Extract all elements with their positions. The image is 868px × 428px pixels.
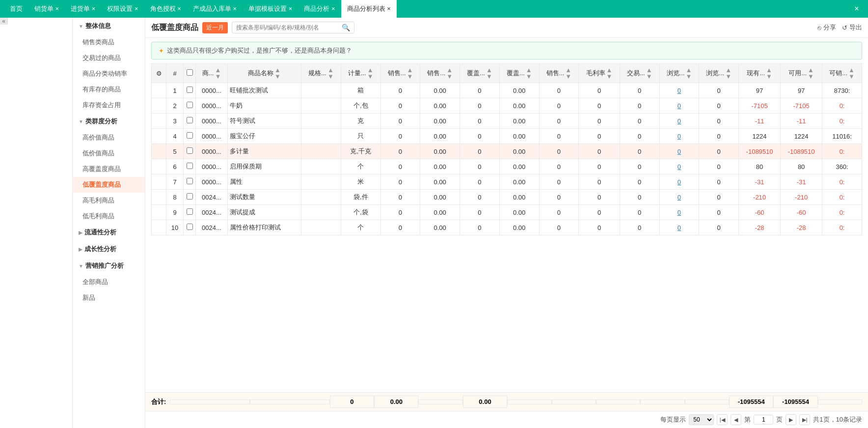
cell-unit: 个 [341, 159, 380, 174]
export-button[interactable]: ↺ 导出 [842, 23, 862, 32]
content-area: 低覆盖度商品 近一月 🔍 ⎋ 分享 ↺ 导出 ✦ 这类商品只有很少客户购买过，是… [145, 18, 868, 428]
page-input[interactable] [754, 415, 773, 425]
nav-sales[interactable]: 销货单 × [28, 0, 65, 18]
cell-name: 符号测试 [227, 114, 301, 129]
col-view1: 浏览...▲▼ [659, 64, 699, 83]
cell-settings [152, 129, 166, 144]
view1-link[interactable]: 0 [678, 209, 681, 216]
sidebar-item-high-value[interactable]: 高价值商品 [73, 130, 145, 145]
prev-page-btn[interactable]: ◀ [731, 414, 741, 425]
view1-link[interactable]: 0 [678, 224, 681, 231]
col-sales-detail: 销售...▲▼ [539, 64, 579, 83]
cell-name: 属性价格打印测试 [227, 220, 301, 235]
sidebar-item-stocked-goods[interactable]: 有库存的商品 [73, 82, 145, 97]
nav-home[interactable]: 首页 [4, 0, 28, 18]
next-page-btn[interactable]: ▶ [786, 414, 796, 425]
page-size-select[interactable]: 50 20 100 200 [689, 414, 714, 425]
cell-check [184, 220, 196, 235]
table-container: ⚙ # 商...▲▼ 商品名称▲▼ 规格...▲▼ 计量...▲▼ 销售...▲… [145, 63, 868, 392]
nav-roles[interactable]: 角色授权 × [144, 0, 187, 18]
cell-cover-count: 0 [460, 114, 500, 129]
cell-code: 0000... [196, 98, 228, 114]
nav-permissions[interactable]: 权限设置 × [101, 0, 144, 18]
row-checkbox-0[interactable] [187, 86, 193, 93]
view1-link[interactable]: 0 [678, 117, 681, 125]
nav-purchase[interactable]: 进货单 × [65, 0, 101, 18]
sidebar-item-low-margin[interactable]: 低毛利商品 [73, 208, 145, 224]
cell-unit: 个,袋 [341, 205, 380, 220]
sidebar-panel: ▼ 整体信息 销售类商品 交易过的商品 商品分类动销率 有库存的商品 库存资金占… [73, 18, 145, 428]
view1-link[interactable]: 0 [678, 194, 681, 201]
row-checkbox-6[interactable] [187, 178, 193, 184]
close-button[interactable]: × [849, 0, 864, 18]
filter-period-button[interactable]: 近一月 [202, 22, 228, 33]
sidebar-item-low-value[interactable]: 低价值商品 [73, 145, 145, 161]
search-input[interactable] [236, 24, 342, 31]
view1-link[interactable]: 0 [678, 102, 681, 110]
nav-analysis[interactable]: 商品分析 × [298, 0, 341, 18]
cell-cover-rate: 0.00 [499, 98, 539, 114]
sidebar-item-sales-goods[interactable]: 销售类商品 [73, 34, 145, 50]
sidebar-section-general[interactable]: ▼ 整体信息 [73, 18, 145, 34]
row-checkbox-9[interactable] [187, 224, 193, 230]
nav-templates[interactable]: 单据模板设置 × [243, 0, 298, 18]
row-checkbox-5[interactable] [187, 163, 193, 169]
sidebar-item-new-goods[interactable]: 新品 [73, 290, 145, 306]
sidebar-section-cluster[interactable]: ▼ 类群度分析 [73, 113, 145, 130]
select-all-checkbox[interactable] [187, 69, 193, 76]
cell-available: -60 [781, 205, 822, 220]
cell-cover-count: 0 [460, 129, 500, 144]
cell-view1: 0 [659, 114, 699, 129]
sidebar-section-marketing[interactable]: ▼ 营销推广分析 [73, 257, 145, 274]
sidebar-item-high-margin[interactable]: 高毛利商品 [73, 193, 145, 208]
cell-num: 4 [166, 129, 184, 144]
cell-view2: 0 [699, 83, 739, 98]
cell-cover-rate: 0.00 [499, 159, 539, 174]
sidebar-item-traded-goods[interactable]: 交易过的商品 [73, 50, 145, 66]
sidebar-item-low-coverage[interactable]: 低覆盖度商品 [73, 177, 145, 193]
view1-link[interactable]: 0 [678, 148, 681, 155]
cell-cover-count: 0 [460, 83, 500, 98]
sidebar-collapse-btn[interactable]: « [0, 18, 8, 25]
row-checkbox-8[interactable] [187, 208, 193, 215]
view1-link[interactable]: 0 [678, 87, 681, 94]
cell-saleable: 0: [822, 174, 862, 190]
cell-check [184, 159, 196, 174]
view1-link[interactable]: 0 [678, 178, 681, 186]
view1-link[interactable]: 0 [678, 133, 681, 140]
sidebar-item-category-rate[interactable]: 商品分类动销率 [73, 66, 145, 82]
sidebar-item-inventory-capital[interactable]: 库存资金占用 [73, 97, 145, 113]
cell-gross-rate: 0 [579, 190, 620, 205]
footer-cover-empty [418, 399, 462, 404]
cell-spec [301, 190, 341, 205]
sidebar-section-circulation[interactable]: ▶ 流通性分析 [73, 224, 145, 241]
row-checkbox-4[interactable] [187, 147, 193, 154]
sidebar-section-growth[interactable]: ▶ 成长性分析 [73, 241, 145, 257]
view1-link[interactable]: 0 [678, 163, 681, 171]
share-label: 分享 [823, 23, 836, 32]
table-row: 9 0024... 测试提成 个,袋 0 0.00 0 0.00 0 0 0 0… [152, 205, 862, 220]
nav-products[interactable]: 产成品入库单 × [187, 0, 243, 18]
row-checkbox-7[interactable] [187, 193, 193, 200]
section-arrow-cluster: ▼ [79, 119, 83, 124]
nav-analysis-list[interactable]: 商品分析列表 × [341, 0, 397, 18]
last-page-btn[interactable]: ▶| [799, 414, 810, 425]
cell-sales-detail: 0 [539, 205, 579, 220]
cell-view1: 0 [659, 220, 699, 235]
cell-name: 测试数量 [227, 190, 301, 205]
col-spec: 规格...▲▼ [301, 64, 341, 83]
col-view2: 浏览...▲▼ [699, 64, 739, 83]
cell-trade: 0 [620, 114, 659, 129]
cell-sales-detail: 0 [539, 98, 579, 114]
cell-view1: 0 [659, 159, 699, 174]
col-settings[interactable]: ⚙ [152, 64, 166, 83]
share-button[interactable]: ⎋ 分享 [817, 23, 836, 32]
sidebar-item-high-coverage[interactable]: 高覆盖度商品 [73, 161, 145, 177]
cell-sales-count: 0 [380, 174, 420, 190]
first-page-btn[interactable]: |◀ [717, 414, 728, 425]
row-checkbox-3[interactable] [187, 132, 193, 139]
row-checkbox-1[interactable] [187, 102, 193, 108]
sidebar-item-all-goods[interactable]: 全部商品 [73, 274, 145, 290]
row-checkbox-2[interactable] [187, 117, 193, 123]
cell-settings [152, 83, 166, 98]
